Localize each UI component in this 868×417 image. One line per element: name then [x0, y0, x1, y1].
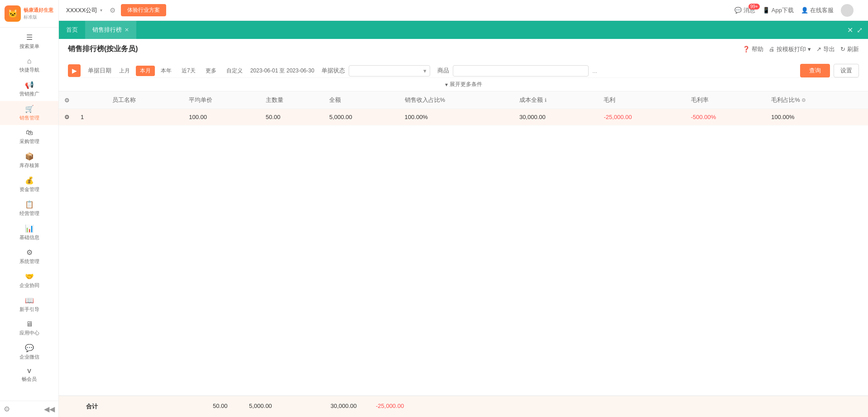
th-profit-ratio: 毛利占比% ⚙: [766, 91, 868, 109]
tab-close-icon[interactable]: ✕: [125, 27, 129, 33]
search-menu-icon: ☰: [26, 33, 33, 42]
sidebar-item-marketing[interactable]: 📢 营销推广: [0, 77, 58, 101]
date-tab-last-month[interactable]: 上月: [115, 66, 134, 76]
refresh-button[interactable]: ↻ 刷新: [840, 45, 859, 53]
service-icon: 👤: [801, 7, 808, 14]
th-name: 员工名称: [107, 91, 184, 109]
sidebar-item-inventory[interactable]: 📦 库存核算: [0, 149, 58, 173]
page-actions: ❓ 帮助 🖨 按模板打印 ▾ ↗ 导出 ↻ 刷新: [743, 45, 859, 53]
logo-area: 🐱 畅康通好生意 标准版: [0, 0, 58, 28]
collab-icon: 🤝: [25, 272, 34, 281]
user-avatar[interactable]: [841, 4, 854, 17]
tabbar: 首页 销售排行榜 ✕ ✕ ⤢: [59, 21, 868, 39]
sidebar-label-finance: 资金管理: [19, 186, 39, 193]
expand-row: ▾ 展开更多条件: [68, 77, 859, 91]
sidebar-item-purchase[interactable]: 🛍 采购管理: [0, 125, 58, 149]
th-rank: [75, 91, 107, 109]
th-cost: 成本全额 ℹ: [514, 91, 599, 109]
sidebar-item-operations[interactable]: 📋 经营管理: [0, 197, 58, 220]
sidebar-item-appcenter[interactable]: 🖥 应用中心: [0, 316, 58, 340]
tab-home[interactable]: 首页: [59, 21, 85, 39]
footer-sales-ratio: [280, 401, 325, 412]
online-service-button[interactable]: 👤 在线客服: [801, 6, 834, 14]
row-cost-cell: 30,000.00: [514, 109, 599, 125]
help-button[interactable]: ❓ 帮助: [743, 45, 763, 53]
export-button[interactable]: ↗ 导出: [816, 45, 835, 53]
footer-avg-price: [171, 401, 207, 412]
app-download-button[interactable]: 📱 App下载: [762, 6, 794, 14]
row-name-cell: [107, 109, 184, 125]
sidebar-label-quicknav: 快捷导航: [19, 67, 39, 73]
status-select[interactable]: [349, 65, 430, 77]
sidebar: 🐱 畅康通好生意 标准版 ☰ 搜索菜单 ⌂ 快捷导航 📢 营销推广 🛒 销售管理…: [0, 0, 59, 417]
query-button[interactable]: 查询: [800, 64, 830, 77]
th-profit: 毛利: [598, 91, 685, 109]
expand-arrow-icon: ▾: [445, 81, 448, 88]
purchase-icon: 🛍: [26, 129, 33, 137]
operations-icon: 📋: [25, 200, 34, 209]
sidebar-label-purchase: 采购管理: [19, 138, 39, 145]
sidebar-label-system: 系统管理: [19, 258, 39, 265]
appcenter-icon: 🖥: [26, 320, 33, 328]
filter-row: ▶ 单据日期 上月 本月 本年 近7天 更多 自定义 2023-06-01 至 …: [68, 64, 859, 77]
expand-conditions-button[interactable]: ▾ 展开更多条件: [445, 81, 482, 88]
topbar-right: 💬 消息 99+ 📱 App下载 👤 在线客服: [734, 4, 861, 17]
sidebar-item-guide[interactable]: 📖 新手引导: [0, 292, 58, 316]
wechat-icon: 💬: [25, 344, 34, 352]
date-tabs: 上月 本月 本年 近7天 更多 自定义: [115, 66, 247, 76]
sidebar-item-sales[interactable]: 🛒 销售管理: [0, 101, 58, 125]
cost-info-icon[interactable]: ℹ: [545, 97, 547, 103]
tab-maximize-icon[interactable]: ⤢: [857, 26, 863, 34]
date-tab-more[interactable]: 更多: [201, 66, 221, 76]
profit-ratio-settings-icon[interactable]: ⚙: [801, 97, 806, 103]
row-settings-cell[interactable]: ⚙: [59, 109, 75, 125]
app-label: App下载: [772, 6, 794, 14]
table-row: ⚙ 1 100.00 50.00 5,000.00 100.00% 30,000…: [59, 109, 868, 125]
message-button[interactable]: 💬 消息 99+: [734, 6, 755, 14]
home-tab-label: 首页: [66, 26, 78, 34]
sidebar-item-finance[interactable]: 💰 资金管理: [0, 173, 58, 197]
sidebar-item-collab[interactable]: 🤝 企业协同: [0, 268, 58, 292]
sidebar-item-wechat[interactable]: 💬 企业微信: [0, 340, 58, 364]
topbar-gear-icon[interactable]: ⚙: [110, 6, 115, 14]
status-select-wrapper: [349, 65, 430, 77]
th-settings[interactable]: ⚙: [59, 91, 75, 109]
tab-sales-ranking[interactable]: 销售排行榜 ✕: [85, 21, 136, 39]
company-arrow-icon: ▾: [100, 8, 102, 13]
goods-more-icon[interactable]: ...: [592, 67, 597, 74]
sidebar-item-member[interactable]: V 畅会员: [0, 364, 58, 386]
sidebar-label-sales: 销售管理: [19, 115, 39, 121]
sidebar-item-search[interactable]: ☰ 搜索菜单: [0, 29, 58, 53]
message-badge: 99+: [748, 4, 760, 10]
tab-minimize-icon[interactable]: ✕: [847, 26, 853, 34]
main-area: XXXXX公司 ▾ ⚙ 体验行业方案 💬 消息 99+ 📱 App下载 👤 在线…: [59, 0, 868, 417]
footer-quantity: 50.00: [207, 401, 244, 412]
help-label: 帮助: [752, 45, 763, 53]
collapse-icon[interactable]: ◀◀: [44, 405, 55, 413]
date-tab-custom[interactable]: 自定义: [222, 66, 247, 76]
status-filter-item: 单据状态: [321, 65, 430, 77]
settings-bottom-icon[interactable]: ⚙: [4, 405, 10, 413]
help-icon: ❓: [743, 46, 750, 53]
filter-toggle-button[interactable]: ▶: [68, 64, 81, 77]
refresh-label: 刷新: [847, 45, 859, 53]
date-tab-this-month[interactable]: 本月: [136, 66, 155, 76]
sidebar-item-quicknav[interactable]: ⌂ 快捷导航: [0, 53, 58, 77]
tabbar-actions: ✕ ⤢: [847, 26, 868, 34]
filter-settings-button[interactable]: 设置: [834, 64, 859, 77]
company-selector[interactable]: XXXXX公司 ▾: [66, 6, 102, 14]
row-profit-ratio-cell: 100.00%: [766, 109, 868, 125]
table-footer: 合计 50.00 5,000.00 30,000.00 -25,000.00: [59, 395, 868, 417]
sidebar-item-system[interactable]: ⚙ 系统管理: [0, 244, 58, 268]
sidebar-label-collab: 企业协同: [19, 282, 39, 289]
status-label: 单据状态: [321, 67, 345, 75]
sidebar-bottom: ⚙ ◀◀: [0, 401, 58, 417]
trial-button[interactable]: 体验行业方案: [121, 4, 166, 16]
date-tab-this-year[interactable]: 本年: [157, 66, 176, 76]
date-tab-7days[interactable]: 近7天: [177, 66, 200, 76]
print-button[interactable]: 🖨 按模板打印 ▾: [769, 45, 811, 53]
goods-input[interactable]: [453, 65, 589, 77]
basics-icon: 📊: [25, 224, 34, 233]
sales-tab-label: 销售排行榜: [92, 26, 122, 34]
sidebar-item-basics[interactable]: 📊 基础信息: [0, 220, 58, 244]
